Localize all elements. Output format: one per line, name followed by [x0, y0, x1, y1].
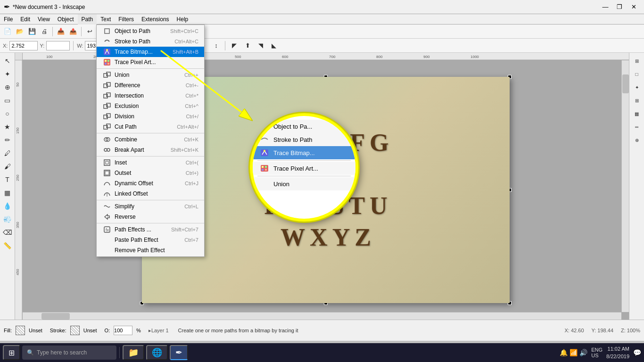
- letter-W: W: [281, 223, 305, 251]
- menu-object[interactable]: Object: [54, 14, 78, 25]
- snap-nodes[interactable]: ✦: [631, 81, 643, 93]
- menu-outset[interactable]: Outset Ctrl+): [97, 168, 204, 178]
- menu-remove-path-effect[interactable]: Remove Path Effect: [97, 245, 204, 255]
- menu-break-apart[interactable]: Break Apart Shift+Ctrl+K: [97, 145, 204, 155]
- menu-trace-pixel-art[interactable]: Trace Pixel Art...: [97, 57, 204, 67]
- menu-simplify[interactable]: Simplify Ctrl+L: [97, 201, 204, 212]
- vscroll-thumb[interactable]: [622, 74, 629, 93]
- menu-division[interactable]: Division Ctrl+/: [97, 111, 204, 122]
- measure-tool[interactable]: 📏: [1, 239, 14, 252]
- x-label: X:: [3, 43, 8, 49]
- ctx-trace-pixel-art[interactable]: Trace Pixel Art...: [253, 162, 355, 175]
- menu-inset[interactable]: Inset Ctrl+(: [97, 157, 204, 168]
- export-button[interactable]: 📤: [67, 26, 79, 37]
- y-input[interactable]: [46, 41, 70, 50]
- ellipse-tool[interactable]: ○: [1, 107, 14, 120]
- start-button[interactable]: ⊞: [3, 345, 20, 360]
- x-input[interactable]: [9, 41, 38, 50]
- maximize-button[interactable]: ❐: [613, 2, 626, 12]
- rect-tool[interactable]: ▭: [1, 94, 14, 107]
- calligraphy-tool[interactable]: 🖌: [1, 160, 14, 173]
- taskbar-chrome[interactable]: 🌐: [146, 345, 168, 360]
- menu-paste-path-effect[interactable]: Paste Path Effect Ctrl+7: [97, 235, 204, 245]
- snap-toggle[interactable]: ⊞: [631, 55, 643, 67]
- intersection-label: Intersection: [115, 92, 182, 99]
- menu-exclusion[interactable]: Exclusion Ctrl+^: [97, 101, 204, 111]
- search-bar[interactable]: 🔍 Type here to search: [22, 346, 116, 360]
- menu-help[interactable]: Help: [173, 14, 192, 25]
- difference-label: Difference: [115, 82, 182, 89]
- menu-path-effects[interactable]: fx Path Effects ... Shift+Ctrl+7: [97, 224, 204, 235]
- dropper-tool[interactable]: 💧: [1, 200, 14, 212]
- snap-grid[interactable]: ▦: [631, 107, 643, 120]
- svg-text:800: 800: [376, 55, 383, 59]
- outset-icon: [102, 169, 112, 177]
- menu-combine[interactable]: Combine Ctrl+K: [97, 134, 204, 145]
- menu-intersection[interactable]: Intersection Ctrl+*: [97, 90, 204, 101]
- menu-reverse[interactable]: Reverse: [97, 212, 204, 222]
- menu-object-to-path[interactable]: Object to Path Shift+Ctrl+C: [97, 26, 204, 36]
- division-label: Division: [115, 113, 182, 120]
- opacity-input[interactable]: [114, 326, 132, 335]
- horizontal-scrollbar[interactable]: [23, 312, 621, 320]
- snap-guide[interactable]: ⊞: [631, 94, 643, 107]
- undo-button[interactable]: ↩: [84, 26, 95, 37]
- eraser-tool[interactable]: ⌫: [1, 226, 14, 239]
- fill-swatch[interactable]: [16, 326, 25, 335]
- menu-edit[interactable]: Edit: [17, 14, 34, 25]
- flip-v-button[interactable]: ↕: [210, 40, 222, 51]
- align-tr-button[interactable]: ◥: [255, 40, 266, 51]
- align-tl-button[interactable]: ◤: [229, 40, 240, 51]
- align-tc-button[interactable]: ⬆: [242, 40, 253, 51]
- star-tool[interactable]: ★: [1, 121, 14, 133]
- import-button[interactable]: 📥: [55, 26, 66, 37]
- taskbar-inkscape[interactable]: ✒: [170, 345, 188, 360]
- layer-indicator: ▸Layer 1: [149, 328, 169, 334]
- vertical-scrollbar[interactable]: [621, 60, 629, 312]
- break-apart-icon: [102, 146, 112, 154]
- snap-bbox[interactable]: □: [631, 68, 643, 80]
- align-bl-button[interactable]: ◣: [268, 40, 280, 51]
- new-button[interactable]: 📄: [2, 26, 13, 37]
- minimize-button[interactable]: —: [599, 2, 612, 12]
- menu-filters[interactable]: Filters: [115, 14, 138, 25]
- zoom-tool[interactable]: ⊕: [1, 81, 14, 93]
- svg-rect-35: [104, 125, 107, 129]
- print-button[interactable]: 🖨: [39, 26, 50, 37]
- linked-offset-icon: [102, 190, 112, 197]
- ctx-union[interactable]: Union: [253, 177, 355, 190]
- ctx-stroke-to-path[interactable]: Stroke to Path: [253, 133, 355, 146]
- menu-union[interactable]: Union Ctrl++: [97, 70, 204, 80]
- svg-text:350: 350: [16, 222, 20, 228]
- menu-cut-path[interactable]: Cut Path Ctrl+Alt+/: [97, 122, 204, 132]
- select-tool[interactable]: ↖: [1, 55, 14, 67]
- menu-dynamic-offset[interactable]: Dynamic Offset Ctrl+J: [97, 178, 204, 189]
- menu-linked-offset[interactable]: Linked Offset: [97, 189, 204, 199]
- menu-view[interactable]: View: [34, 14, 54, 25]
- snap-center[interactable]: ⊕: [631, 134, 643, 146]
- menu-text[interactable]: Text: [97, 14, 115, 25]
- menu-difference[interactable]: Difference Ctrl+-: [97, 80, 204, 90]
- snap-edge[interactable]: ═: [631, 121, 643, 133]
- text-tool[interactable]: T: [1, 173, 14, 186]
- pen-tool[interactable]: 🖊: [1, 147, 14, 159]
- stroke-swatch[interactable]: [70, 326, 80, 335]
- menu-file[interactable]: File: [0, 14, 17, 25]
- node-tool[interactable]: ✦: [1, 68, 14, 80]
- close-button[interactable]: ✕: [627, 2, 640, 12]
- open-button[interactable]: 📂: [14, 26, 25, 37]
- menu-stroke-to-path[interactable]: Stroke to Path Ctrl+Alt+C: [97, 36, 204, 47]
- menu-trace-bitmap[interactable]: Trace Bitmap... Shift+Alt+B: [97, 47, 204, 57]
- ctx-trace-bitmap[interactable]: Trace Bitmap...: [253, 146, 355, 159]
- taskbar-explorer[interactable]: 📁: [123, 345, 144, 360]
- save-button[interactable]: 💾: [26, 26, 38, 37]
- menu-path[interactable]: Path: [78, 14, 97, 25]
- gradient-tool[interactable]: ▦: [1, 187, 14, 199]
- menu-extensions[interactable]: Extensions: [138, 14, 173, 25]
- hscroll-thumb[interactable]: [41, 313, 70, 320]
- w-label: W:: [77, 43, 83, 49]
- menu-sep-3: [97, 156, 204, 156]
- spray-tool[interactable]: 💨: [1, 213, 14, 225]
- pencil-tool[interactable]: ✏: [1, 134, 14, 146]
- svg-rect-25: [104, 74, 107, 77]
